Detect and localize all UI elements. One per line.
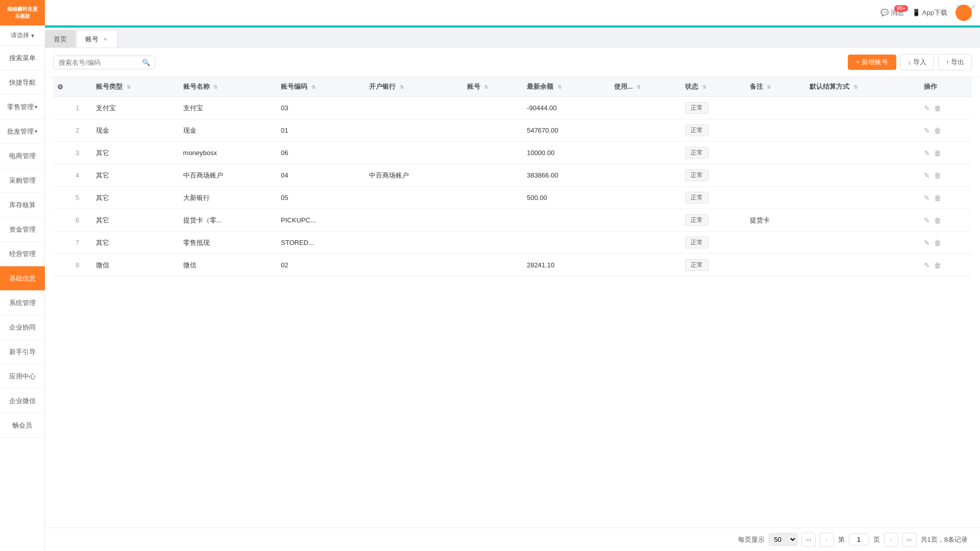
sidebar-item-6[interactable]: 库存核算 xyxy=(0,193,45,217)
edit-icon-5[interactable]: ✎ xyxy=(924,216,930,224)
edit-icon-0[interactable]: ✎ xyxy=(924,104,930,112)
col-num xyxy=(71,77,92,97)
delete-icon-7[interactable]: 🗑 xyxy=(934,261,941,269)
col-usage[interactable]: 使用... ⇅ xyxy=(610,77,681,97)
sidebar-item-5[interactable]: 采购管理 xyxy=(0,168,45,193)
sidebar-item-10[interactable]: 系统管理 xyxy=(0,291,45,315)
col-code[interactable]: 账号编码 ⇅ xyxy=(277,77,365,97)
row-account-1 xyxy=(463,119,523,142)
sidebar-item-1[interactable]: 快捷导航 xyxy=(0,70,45,95)
row-remark-0 xyxy=(746,97,806,119)
col-status[interactable]: 状态 ⇅ xyxy=(681,77,745,97)
row-name-0: 支付宝 xyxy=(179,97,277,119)
row-action-7: ✎ 🗑 xyxy=(920,254,972,277)
row-status-3: 正常 xyxy=(681,164,745,187)
last-page-btn[interactable]: ⏭ xyxy=(902,533,917,547)
row-account-7 xyxy=(463,254,523,277)
row-type-7: 微信 xyxy=(92,254,179,277)
delete-icon-4[interactable]: 🗑 xyxy=(934,194,941,202)
edit-icon-3[interactable]: ✎ xyxy=(924,171,930,180)
col-remark[interactable]: 备注 ⇅ xyxy=(746,77,806,97)
row-type-3: 其它 xyxy=(92,164,179,187)
col-settle[interactable]: 默认结算方式 ⇅ xyxy=(805,77,920,97)
row-account-0 xyxy=(463,97,523,119)
delete-icon-3[interactable]: 🗑 xyxy=(934,171,941,180)
sidebar-item-8[interactable]: 经营管理 xyxy=(0,242,45,266)
row-gear-1 xyxy=(53,119,71,142)
row-code-6: STORED... xyxy=(277,232,365,254)
table-row: 6 其它 提货卡（零... PICKUPC... 正常 提货卡 ✎ 🗑 xyxy=(53,209,972,232)
search-input[interactable] xyxy=(54,56,138,69)
row-settle-3 xyxy=(805,164,920,187)
edit-icon-6[interactable]: ✎ xyxy=(924,239,930,247)
row-num-7: 8 xyxy=(71,254,92,277)
tab-account-close[interactable]: × xyxy=(102,36,109,43)
delete-icon-6[interactable]: 🗑 xyxy=(934,239,941,247)
message-icon: 💬 xyxy=(880,9,889,16)
row-status-0: 正常 xyxy=(681,97,745,119)
row-name-2: moneybosx xyxy=(179,142,277,164)
row-code-5: PICKUPC... xyxy=(277,209,365,232)
tab-home-label: 首页 xyxy=(54,35,67,44)
page-size-select[interactable]: 50 100 200 xyxy=(769,533,797,546)
sidebar-item-7[interactable]: 资金管理 xyxy=(0,217,45,242)
message-button[interactable]: 💬 消息 99+ xyxy=(880,8,904,17)
delete-icon-0[interactable]: 🗑 xyxy=(934,104,941,112)
row-bank-0 xyxy=(365,97,463,119)
edit-icon-2[interactable]: ✎ xyxy=(924,149,930,157)
row-remark-4 xyxy=(746,187,806,209)
window-close-btn[interactable]: ✕ xyxy=(951,0,966,14)
row-type-1: 现金 xyxy=(92,119,179,142)
import-button[interactable]: ↓ 导入 xyxy=(900,54,934,70)
app-download-button[interactable]: 📱 App下载 xyxy=(912,8,947,17)
sidebar-item-2[interactable]: 零售管理▾ xyxy=(0,95,45,119)
sidebar-item-13[interactable]: 应用中心 xyxy=(0,364,45,389)
tab-account[interactable]: 账号 × xyxy=(77,30,117,47)
sidebar: 稳稳赚时生意 乐惠版 请选择 ▾ 搜索菜单快捷导航零售管理▾批发管理▾电商管理采… xyxy=(0,0,45,551)
phone-icon: 📱 xyxy=(912,9,920,16)
sidebar-item-0[interactable]: 搜索菜单 xyxy=(0,46,45,70)
col-balance[interactable]: 最新余额 ⇅ xyxy=(523,77,610,97)
row-settle-0 xyxy=(805,97,920,119)
col-gear[interactable]: ⚙ xyxy=(53,77,71,97)
first-page-btn[interactable]: ⏮ xyxy=(801,533,816,547)
edit-icon-7[interactable]: ✎ xyxy=(924,261,930,269)
table-row: 8 微信 微信 02 28241.10 正常 ✎ 🗑 xyxy=(53,254,972,277)
sidebar-item-9[interactable]: 基础信息 xyxy=(0,266,45,291)
row-status-4: 正常 xyxy=(681,187,745,209)
sidebar-item-14[interactable]: 企业微信 xyxy=(0,389,45,413)
row-settle-1 xyxy=(805,119,920,142)
content-header: 🔍 + 新增账号 ↓ 导入 ↑ 导出 xyxy=(45,48,980,77)
row-code-0: 03 xyxy=(277,97,365,119)
row-type-0: 支付宝 xyxy=(92,97,179,119)
delete-icon-5[interactable]: 🗑 xyxy=(934,216,941,224)
table-row: 7 其它 零售抵现 STORED... 正常 ✎ 🗑 xyxy=(53,232,972,254)
col-account[interactable]: 账号 ⇅ xyxy=(463,77,523,97)
sidebar-item-3[interactable]: 批发管理▾ xyxy=(0,119,45,144)
table-header-row: ⚙ 账号类型 ⇅ 账号名称 ⇅ 账号编码 ⇅ 开户银行 ⇅ 账号 ⇅ 最新余额 … xyxy=(53,77,972,97)
prev-page-btn[interactable]: ‹ xyxy=(820,533,834,547)
row-num-3: 4 xyxy=(71,164,92,187)
col-name[interactable]: 账号名称 ⇅ xyxy=(179,77,277,97)
total-label: 共1页，8条记录 xyxy=(921,535,968,544)
delete-icon-1[interactable]: 🗑 xyxy=(934,127,941,135)
delete-icon-2[interactable]: 🗑 xyxy=(934,149,941,157)
tab-home[interactable]: 首页 xyxy=(45,30,76,47)
row-code-1: 01 xyxy=(277,119,365,142)
next-page-btn[interactable]: › xyxy=(884,533,898,547)
edit-icon-1[interactable]: ✎ xyxy=(924,127,930,135)
sidebar-item-11[interactable]: 企业协同 xyxy=(0,315,45,340)
window-expand-btn[interactable]: ⤢ xyxy=(966,0,980,14)
col-type[interactable]: 账号类型 ⇅ xyxy=(92,77,179,97)
sidebar-dropdown[interactable]: 请选择 ▾ xyxy=(0,26,45,46)
col-bank[interactable]: 开户银行 ⇅ xyxy=(365,77,463,97)
export-button[interactable]: ↑ 导出 xyxy=(938,54,972,70)
sidebar-item-12[interactable]: 新手引导 xyxy=(0,340,45,364)
search-button[interactable]: 🔍 xyxy=(138,56,155,69)
sidebar-item-15[interactable]: 畅会员 xyxy=(0,413,45,438)
sidebar-item-4[interactable]: 电商管理 xyxy=(0,144,45,168)
row-bank-6 xyxy=(365,232,463,254)
edit-icon-4[interactable]: ✎ xyxy=(924,194,930,202)
add-account-button[interactable]: + 新增账号 xyxy=(848,55,896,70)
page-input[interactable] xyxy=(849,534,869,545)
